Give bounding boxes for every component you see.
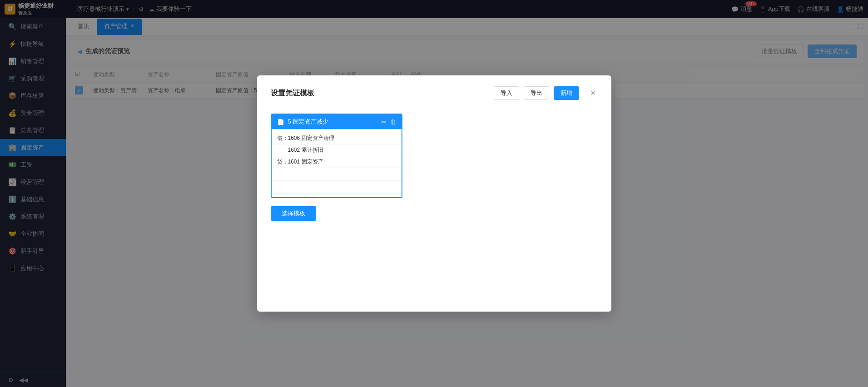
debit-col3-2 xyxy=(377,146,402,154)
debit-col2-2 xyxy=(350,146,377,154)
modal-close-btn[interactable]: ✕ xyxy=(588,88,598,99)
credit-label-1: 贷：1601 固定资产 xyxy=(277,158,350,166)
template-debit-row-2: 1602 累计折旧 xyxy=(272,144,402,156)
modal-overlay: 设置凭证模板 导入 导出 新增 ✕ 📄 5-固定资产减少 xyxy=(0,0,868,387)
template-credit-row-1: 贷：1601 固定资产 xyxy=(272,156,402,168)
template-doc-icon: 📄 xyxy=(277,119,284,125)
new-btn[interactable]: 新增 xyxy=(554,86,579,100)
select-template-btn[interactable]: 选择模板 xyxy=(271,206,316,221)
modal-title: 设置凭证模板 xyxy=(271,89,314,98)
export-btn[interactable]: 导出 xyxy=(524,86,549,100)
debit-col3-1 xyxy=(377,134,402,142)
template-delete-icon[interactable]: 🗑 xyxy=(390,119,396,125)
template-name: 5-固定资产减少 xyxy=(288,118,329,126)
template-card-header: 📄 5-固定资产减少 ✏ 🗑 xyxy=(272,114,402,129)
template-header-actions: ✏ 🗑 xyxy=(382,119,396,125)
debit-label-2: 1602 累计折旧 xyxy=(277,146,350,154)
voucher-template-modal: 设置凭证模板 导入 导出 新增 ✕ 📄 5-固定资产减少 xyxy=(257,75,611,312)
template-empty-row-2 xyxy=(272,181,402,194)
template-empty-row-1 xyxy=(272,168,402,181)
template-card: 📄 5-固定资产减少 ✏ 🗑 借：1606 固定资产清理 xyxy=(271,114,402,198)
import-btn[interactable]: 导入 xyxy=(494,86,519,100)
credit-col2-1 xyxy=(350,158,377,166)
modal-body: 📄 5-固定资产减少 ✏ 🗑 借：1606 固定资产清理 xyxy=(271,109,598,221)
template-card-body: 借：1606 固定资产清理 1602 累计折旧 贷：1601 固定资产 xyxy=(272,129,402,197)
modal-actions: 导入 导出 新增 xyxy=(494,86,579,100)
debit-col2-1 xyxy=(350,134,377,142)
credit-col3-1 xyxy=(377,158,402,166)
template-edit-icon[interactable]: ✏ xyxy=(382,119,387,125)
template-debit-row-1: 借：1606 固定资产清理 xyxy=(272,133,402,144)
template-header-left: 📄 5-固定资产减少 xyxy=(277,118,329,126)
debit-label-1: 借：1606 固定资产清理 xyxy=(277,134,350,142)
modal-header: 设置凭证模板 导入 导出 新增 ✕ xyxy=(271,86,598,100)
